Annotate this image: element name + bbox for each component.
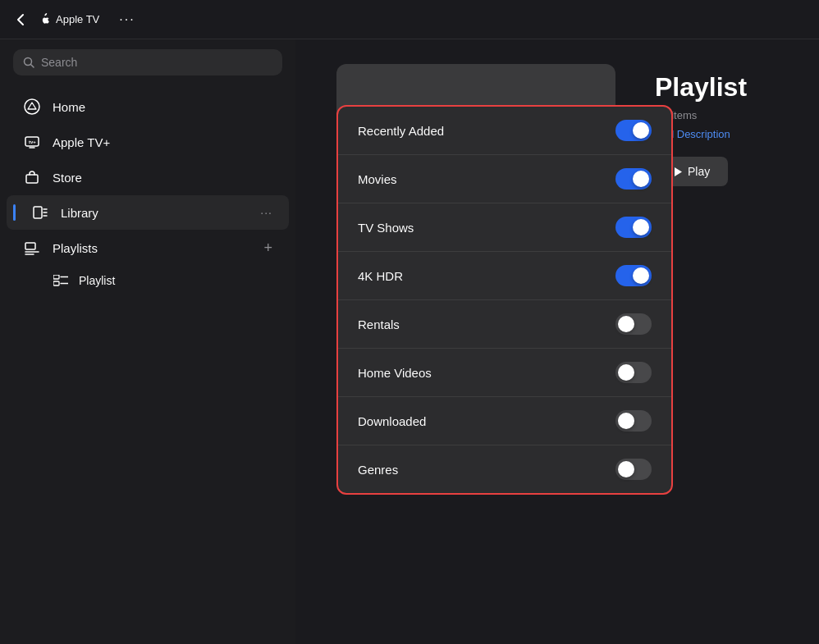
apple-icon: [38, 13, 51, 26]
svg-marker-3: [28, 103, 36, 109]
search-icon: [23, 57, 34, 68]
svg-rect-15: [53, 275, 59, 279]
home-icon: [23, 98, 41, 116]
nav-items: Home tv+ Apple TV+: [0, 85, 295, 299]
add-description-link[interactable]: Add Description: [655, 128, 794, 140]
playlists-icon: [23, 239, 41, 257]
toggle-thumb: [618, 461, 634, 477]
4k-hdr-label: 4K HDR: [358, 269, 615, 283]
sidebar: Home tv+ Apple TV+: [0, 39, 295, 644]
sidebar-item-home[interactable]: Home: [7, 89, 289, 124]
svg-rect-12: [25, 243, 35, 249]
settings-movies: Movies: [338, 155, 671, 203]
toggle-thumb: [618, 316, 634, 332]
settings-tv-shows: TV Shows: [338, 203, 671, 252]
toggle-thumb: [633, 219, 649, 235]
tv-shows-label: TV Shows: [358, 221, 615, 235]
playlist-no-items: No items: [655, 109, 794, 121]
toggle-thumb: [633, 267, 649, 284]
sidebar-item-playlists[interactable]: Playlists +: [7, 231, 289, 265]
toggle-thumb: [633, 171, 649, 187]
tv-shows-toggle[interactable]: [615, 217, 652, 238]
add-playlist-icon[interactable]: +: [263, 240, 272, 255]
appletv-label: Apple TV+: [53, 135, 110, 149]
store-icon: [23, 168, 41, 186]
movies-label: Movies: [358, 172, 615, 186]
svg-text:tv+: tv+: [29, 139, 36, 144]
library-icon: [31, 203, 49, 222]
movies-toggle[interactable]: [615, 168, 652, 190]
rentals-toggle[interactable]: [615, 313, 652, 335]
library-label: Library: [61, 206, 98, 220]
top-bar: Apple TV ···: [0, 0, 819, 39]
svg-line-1: [31, 65, 34, 68]
svg-point-2: [25, 99, 39, 114]
main-layout: Home tv+ Apple TV+: [0, 39, 819, 644]
settings-genres: Genres: [338, 445, 671, 493]
playlist-detail-title: Playlist: [655, 72, 794, 103]
appletv-icon: tv+: [23, 133, 41, 151]
4k-hdr-toggle[interactable]: [615, 265, 652, 286]
playlists-add[interactable]: +: [263, 240, 272, 255]
svg-rect-8: [34, 207, 42, 218]
settings-4k-hdr: 4K HDR: [338, 252, 671, 300]
store-label: Store: [53, 171, 82, 185]
search-bar[interactable]: [13, 49, 282, 75]
playlist-icon: [53, 272, 69, 289]
genres-toggle[interactable]: [615, 459, 652, 480]
sidebar-item-appletv[interactable]: tv+ Apple TV+: [7, 125, 289, 159]
settings-downloaded: Downloaded: [338, 397, 671, 445]
toggle-thumb: [633, 122, 649, 139]
svg-rect-16: [53, 281, 59, 285]
home-videos-toggle[interactable]: [615, 362, 652, 383]
recently-added-label: Recently Added: [358, 124, 615, 138]
recently-added-toggle[interactable]: [615, 120, 652, 141]
playlists-label: Playlists: [53, 241, 98, 255]
toggle-thumb: [618, 413, 634, 429]
rentals-label: Rentals: [358, 317, 615, 331]
playlist-label: Playlist: [79, 274, 115, 287]
settings-home-videos: Home Videos: [338, 349, 671, 397]
downloaded-toggle[interactable]: [615, 410, 652, 432]
toggle-thumb: [618, 364, 634, 381]
app-name-label: Apple TV: [56, 13, 99, 25]
app-logo: Apple TV: [38, 13, 99, 26]
search-input[interactable]: [41, 56, 272, 69]
play-label: Play: [688, 165, 710, 178]
sidebar-item-store[interactable]: Store: [7, 160, 289, 194]
sidebar-item-library[interactable]: Library ···: [7, 195, 289, 230]
svg-rect-7: [26, 175, 38, 183]
settings-rentals: Rentals: [338, 300, 671, 349]
more-options-button[interactable]: ···: [116, 9, 138, 30]
genres-label: Genres: [358, 463, 615, 477]
content-area: Recently Added Movies TV Shows: [295, 39, 819, 644]
library-active-indicator: [13, 204, 16, 221]
settings-recently-added: Recently Added: [338, 107, 671, 155]
home-label: Home: [53, 100, 85, 114]
sidebar-item-playlist[interactable]: Playlist: [7, 266, 289, 295]
settings-panel: Recently Added Movies TV Shows: [336, 105, 673, 495]
svg-marker-21: [675, 167, 682, 176]
back-button[interactable]: [13, 10, 28, 30]
library-dots: ···: [260, 206, 272, 219]
downloaded-label: Downloaded: [358, 414, 615, 428]
home-videos-label: Home Videos: [358, 366, 615, 380]
